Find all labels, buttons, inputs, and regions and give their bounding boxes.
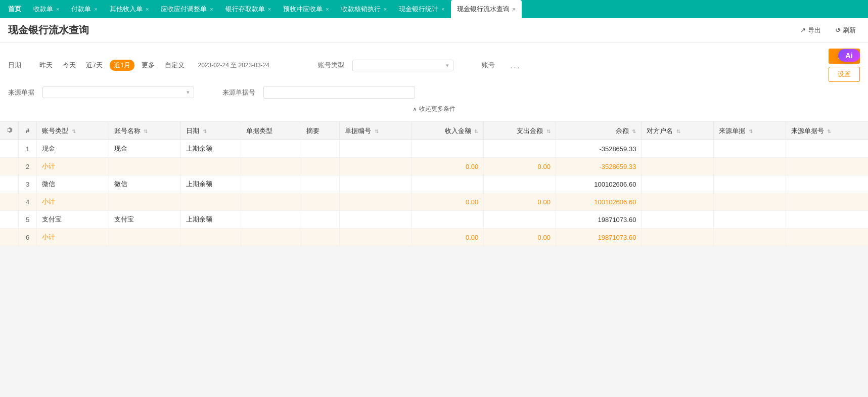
column-account-name[interactable]: 账号名称 ⇅ (109, 122, 181, 140)
cell-date (181, 158, 241, 175)
cell-source-doc-no (786, 140, 868, 158)
column-source-doc-no[interactable]: 来源单据号 ⇅ (786, 122, 868, 140)
nav-tab-7[interactable]: 现金银行统计 × (393, 0, 450, 18)
table-row[interactable]: 4小计0.000.00100102606.60 (0, 193, 868, 211)
cell-source-doc-no (786, 211, 868, 229)
cell-doc-type (241, 229, 301, 246)
sort-icon: ⇅ (632, 128, 636, 134)
chevron-up-icon: ∧ (413, 106, 417, 113)
chevron-down-icon-2: ▾ (187, 89, 190, 96)
cell-date: 上期余额 (181, 140, 241, 158)
settings-button[interactable]: 设置 (829, 67, 860, 82)
filter-row-1: 日期 昨天 今天 近7天 近1月 更多 自定义 2023-02-24 至 202… (8, 49, 860, 82)
table-row[interactable]: 2小计0.000.00-3528659.33 (0, 158, 868, 175)
nav-tab-5[interactable]: 预收冲应收单 × (277, 0, 335, 18)
cell-account-type: 小计 (37, 193, 109, 211)
cell-summary (301, 140, 339, 158)
sort-icon: ⇅ (749, 128, 753, 134)
row-checkbox (0, 211, 19, 229)
nav-home[interactable]: 首页 (2, 0, 27, 18)
close-icon[interactable]: × (441, 6, 444, 12)
cell-doc-no (340, 193, 412, 211)
cell-doc-no (340, 229, 412, 246)
nav-tab-6[interactable]: 收款核销执行 × (335, 0, 393, 18)
close-icon[interactable]: × (326, 6, 329, 12)
close-icon[interactable]: × (210, 6, 213, 12)
nav-tab-3[interactable]: 应收应付调整单 × (155, 0, 219, 18)
filter-area: 日期 昨天 今天 近7天 近1月 更多 自定义 2023-02-24 至 202… (0, 42, 868, 122)
column-counterparty[interactable]: 对方户名 ⇅ (642, 122, 714, 140)
page-title: 现金银行流水查询 (8, 23, 89, 37)
cell-balance: 19871073.60 (556, 229, 641, 246)
source-doc-select[interactable]: ▾ (42, 86, 194, 98)
cell-income (412, 140, 484, 158)
source-doc-num-input[interactable] (263, 86, 415, 99)
close-icon[interactable]: × (513, 6, 516, 12)
cell-expense (484, 211, 556, 229)
column-gear[interactable] (0, 122, 19, 140)
column-summary[interactable]: 摘要 (301, 122, 339, 140)
refresh-icon: ↺ (835, 26, 841, 34)
close-icon[interactable]: × (268, 6, 271, 12)
row-number: 3 (19, 175, 37, 193)
account-type-select[interactable]: ▾ (352, 60, 453, 71)
table-row[interactable]: 5支付宝支付宝上期余额19871073.60 (0, 211, 868, 229)
date-opt-custom[interactable]: 自定义 (162, 60, 188, 71)
sort-icon: ⇅ (203, 128, 207, 134)
chevron-down-icon: ▾ (446, 62, 449, 69)
more-dots-icon[interactable]: ... (510, 60, 521, 71)
cell-income: 0.00 (412, 229, 484, 246)
date-opt-7days[interactable]: 近7天 (83, 60, 106, 71)
column-date[interactable]: 日期 ⇅ (181, 122, 241, 140)
cell-date (181, 193, 241, 211)
export-icon: ↗ (800, 26, 806, 34)
table-row[interactable]: 6小计0.000.0019871073.60 (0, 229, 868, 246)
column-doc-type[interactable]: 单据类型 (241, 122, 301, 140)
close-icon[interactable]: × (94, 6, 97, 12)
refresh-button[interactable]: ↺ 刷新 (831, 24, 860, 37)
ai-badge[interactable]: Ai (838, 49, 860, 62)
date-opt-yesterday[interactable]: 昨天 (36, 60, 56, 71)
date-opt-today[interactable]: 今天 (60, 60, 79, 71)
cell-source-doc-no (786, 229, 868, 246)
table-row[interactable]: 3微信微信上期余额100102606.60 (0, 175, 868, 193)
table-row[interactable]: 1现金现金上期余额-3528659.33 (0, 140, 868, 158)
nav-tab-8[interactable]: 现金银行流水查询 × (451, 0, 522, 18)
cell-account-name (109, 193, 181, 211)
close-icon[interactable]: × (56, 6, 59, 12)
source-doc-label: 来源单据 (8, 88, 34, 97)
collapse-bar[interactable]: ∧ 收起更多条件 (8, 103, 860, 115)
cell-counterparty (642, 193, 714, 211)
nav-tab-2[interactable]: 其他收入单 × (104, 0, 155, 18)
date-label: 日期 (8, 61, 28, 70)
cell-doc-type (241, 158, 301, 175)
cell-source-doc (713, 158, 786, 175)
date-opt-1month[interactable]: 近1月 (110, 60, 134, 71)
column-source-doc[interactable]: 来源单据 ⇅ (713, 122, 786, 140)
close-icon[interactable]: × (146, 6, 149, 12)
row-number: 5 (19, 211, 37, 229)
cell-account-type: 微信 (37, 175, 109, 193)
cell-account-type: 支付宝 (37, 211, 109, 229)
close-icon[interactable]: × (384, 6, 387, 12)
row-number: 1 (19, 140, 37, 158)
cell-doc-type (241, 140, 301, 158)
nav-tab-4[interactable]: 银行存取款单 × (219, 0, 277, 18)
nav-tab-1[interactable]: 付款单 × (65, 0, 103, 18)
column-doc-no[interactable]: 单据编号 ⇅ (340, 122, 412, 140)
cell-date: 上期余额 (181, 211, 241, 229)
column-balance[interactable]: 余额 ⇅ (556, 122, 641, 140)
column-income[interactable]: 收入金额 ⇅ (412, 122, 484, 140)
column-account-type[interactable]: 账号类型 ⇅ (37, 122, 109, 140)
cell-doc-type (241, 193, 301, 211)
sort-icon: ⇅ (144, 128, 148, 134)
column-expense[interactable]: 支出金额 ⇅ (484, 122, 556, 140)
nav-tab-0[interactable]: 收款单 × (27, 0, 65, 18)
gear-icon (5, 126, 13, 134)
top-nav: 首页 收款单 × 付款单 × 其他收入单 × 应收应付调整单 × 银行存取款单 … (0, 0, 868, 18)
column-num: # (19, 122, 37, 140)
cell-balance: 100102606.60 (556, 193, 641, 211)
cell-doc-type (241, 211, 301, 229)
export-button[interactable]: ↗ 导出 (796, 24, 825, 37)
date-opt-more[interactable]: 更多 (139, 60, 158, 71)
